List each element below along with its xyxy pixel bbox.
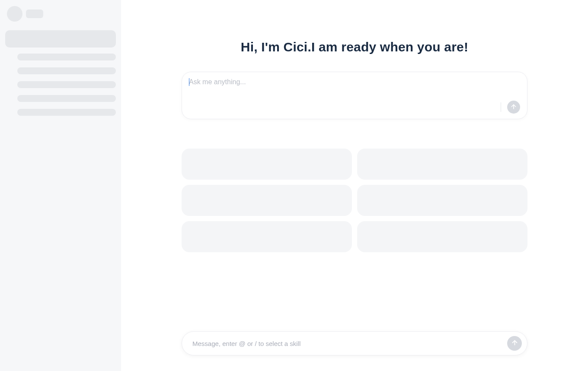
divider [501, 102, 501, 112]
sidebar-nav-skeleton [17, 67, 116, 74]
bottom-message-input[interactable] [192, 340, 507, 347]
sidebar-nav-list [5, 54, 116, 116]
sidebar [0, 0, 121, 371]
sidebar-nav-skeleton [17, 81, 116, 88]
suggestion-grid [182, 149, 527, 252]
sidebar-search-skeleton [5, 30, 116, 48]
arrow-up-icon [510, 103, 517, 111]
main-area: Hi, I'm Cici.I am ready when you are! [121, 0, 588, 371]
suggestion-skeleton [357, 221, 527, 252]
bottom-message-bar[interactable] [182, 331, 527, 355]
hero-send-button[interactable] [507, 101, 520, 114]
hero-input[interactable] [189, 78, 520, 86]
sidebar-header [5, 6, 116, 22]
greeting-heading: Hi, I'm Cici.I am ready when you are! [241, 40, 468, 54]
hero-input-footer [189, 101, 520, 114]
avatar-skeleton [7, 6, 22, 22]
suggestion-skeleton [182, 185, 352, 216]
sidebar-nav-skeleton [17, 109, 116, 116]
brand-skeleton [26, 10, 43, 18]
suggestion-skeleton [182, 149, 352, 180]
suggestion-skeleton [182, 221, 352, 252]
arrow-up-icon [511, 339, 518, 348]
hero-input-line [189, 78, 520, 86]
sidebar-nav-skeleton [17, 54, 116, 60]
bottom-send-button[interactable] [507, 336, 522, 351]
hero-input-container[interactable] [182, 72, 527, 119]
suggestion-skeleton [357, 149, 527, 180]
suggestion-skeleton [357, 185, 527, 216]
sidebar-nav-skeleton [17, 95, 116, 102]
